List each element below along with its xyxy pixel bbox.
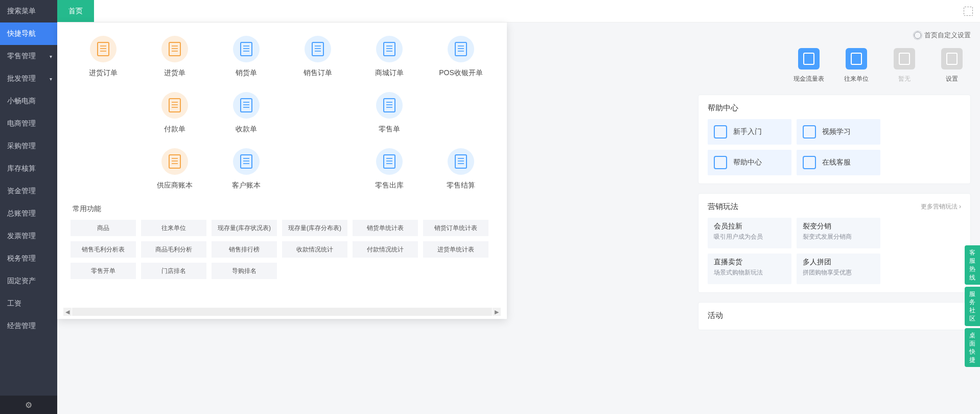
fn-btn-13[interactable]: 门店排名 [141,263,206,279]
topbar-right [964,0,980,22]
fn-btn-1[interactable]: 往来单位 [141,220,206,236]
doc-icon [312,42,324,56]
quick-cashflow[interactable]: 现金流量表 [791,48,827,83]
marketing-more-link[interactable]: 更多营销玩法 › [921,202,961,211]
sidebar-item-11[interactable]: 税务管理 [0,247,57,270]
promo-2[interactable]: 直播卖货场景式购物新玩法 [708,254,791,284]
promo-title: 会员拉新 [714,222,785,231]
gear-icon [914,32,921,39]
sidebar-item-5[interactable]: 电商管理 [0,112,57,135]
sidebar-settings[interactable]: ⚙ [0,396,57,414]
scroll-right-icon[interactable]: ▶ [493,308,501,316]
scroll-left-icon[interactable]: ◀ [63,308,72,316]
promo-title: 多人拼团 [803,258,874,267]
supplier-ledger-label: 供应商账本 [157,181,193,190]
gear-icon: ⚙ [25,400,32,410]
sidebar-item-13[interactable]: 工资 [0,292,57,315]
topbar: 首页 [57,0,980,22]
doc-icon [455,42,467,56]
marketing-title: 营销玩法 [708,202,738,212]
doc-icon [240,98,252,112]
common-functions-title: 常用功能 [73,204,497,214]
retail-doc-icon[interactable] [376,92,403,119]
promo-sub: 裂变式发展分销商 [803,233,874,241]
float-btn-1[interactable]: 服务社区 [965,287,980,326]
pos-open-icon[interactable] [448,36,474,62]
promo-sub: 拼团购物享受优惠 [803,268,874,277]
doc-icon [455,154,467,169]
purchase-order-icon[interactable] [90,36,116,62]
quick-label: 往来单位 [844,75,869,83]
doc-icon [240,42,252,56]
payment-icon[interactable] [161,92,188,119]
quick-placeholder[interactable]: 暂无 [886,48,922,83]
right-column: 首页自定义设置 现金流量表往来单位暂无设置 帮助中心 新手入门视频学习帮助中心在… [698,31,971,339]
fn-btn-5[interactable]: 销货订单统计表 [423,220,488,236]
sidebar-item-2[interactable]: 零售管理▾ [0,45,57,67]
scroll-track[interactable] [72,308,492,316]
fn-btn-6[interactable]: 销售毛利分析表 [71,241,136,258]
fn-btn-10[interactable]: 付款情况统计 [353,241,418,258]
customer-ledger-icon[interactable] [233,148,260,175]
sidebar-item-1[interactable]: 快捷导航 [0,22,57,45]
help-item-0[interactable]: 新手入门 [708,119,791,145]
fn-btn-9[interactable]: 收款情况统计 [282,241,347,258]
receipt-icon[interactable] [233,92,260,119]
promo-title: 裂变分销 [803,222,874,231]
placeholder-icon [894,48,915,70]
help-item-3[interactable]: 在线客服 [797,150,880,175]
purchase-receipt-icon[interactable] [161,36,188,62]
mall-order-icon[interactable] [376,36,403,62]
sales-receipt-icon[interactable] [233,36,260,62]
help-item-1[interactable]: 视频学习 [797,119,880,145]
retail-out-icon[interactable] [376,148,403,175]
sidebar-item-9[interactable]: 总账管理 [0,202,57,225]
promo-0[interactable]: 会员拉新吸引用户成为会员 [708,218,791,248]
fn-btn-12[interactable]: 零售开单 [71,263,136,279]
flyout-scrollbar[interactable]: ◀ ▶ [63,308,501,316]
quick-settings[interactable]: 设置 [934,48,970,83]
fn-btn-14[interactable]: 导购排名 [212,263,277,279]
doc-icon [169,98,181,112]
promo-3[interactable]: 多人拼团拼团购物享受优惠 [797,254,880,284]
doc-icon [383,154,395,169]
fn-btn-4[interactable]: 销货单统计表 [353,220,418,236]
fn-btn-3[interactable]: 现存量(库存分布表) [282,220,347,236]
quick-nav-flyout: 进货订单进货单销货单销售订单商城订单POS收银开单付款单收款单零售单供应商账本客… [57,22,507,319]
sidebar-item-12[interactable]: 固定资产 [0,270,57,292]
sidebar-item-10[interactable]: 发票管理 [0,225,57,247]
fn-btn-8[interactable]: 销售排行榜 [212,241,277,258]
sidebar-item-7[interactable]: 库存核算 [0,157,57,180]
tab-home[interactable]: 首页 [57,0,94,22]
fn-btn-11[interactable]: 进货单统计表 [423,241,488,258]
doc-icon [169,42,181,56]
sidebar-item-8[interactable]: 资金管理 [0,180,57,202]
home-custom-settings[interactable]: 首页自定义设置 [698,31,971,40]
help-icon [803,125,816,139]
float-btn-2[interactable]: 桌面快捷 [965,328,980,367]
sales-order-icon[interactable] [305,36,331,62]
float-btn-0[interactable]: 客服热线 [965,245,980,285]
sidebar-item-14[interactable]: 经营管理 [0,315,57,337]
caret-icon: ▾ [50,76,52,82]
sidebar-item-0[interactable]: 搜索菜单 [0,0,57,22]
help-item-2[interactable]: 帮助中心 [708,150,791,175]
supplier-ledger-icon[interactable] [161,148,188,175]
fullscreen-icon[interactable] [964,7,973,16]
sidebar-item-6[interactable]: 采购管理 [0,135,57,157]
retail-settle-icon[interactable] [448,148,474,175]
fn-btn-2[interactable]: 现存量(库存状况表) [212,220,277,236]
fn-btn-0[interactable]: 商品 [71,220,136,236]
quick-contacts[interactable]: 往来单位 [838,48,874,83]
sidebar-item-4[interactable]: 小畅电商 [0,90,57,112]
pos-open-label: POS收银开单 [439,68,483,78]
doc-icon [383,98,395,112]
fn-btn-7[interactable]: 商品毛利分析 [141,241,206,258]
sales-order-label: 销售订单 [304,68,332,78]
promo-sub: 吸引用户成为会员 [714,233,785,241]
receipt-label: 收款单 [236,125,257,134]
promo-1[interactable]: 裂变分销裂变式发展分销商 [797,218,880,248]
help-card: 帮助中心 新手入门视频学习帮助中心在线客服 [698,95,971,184]
settings-icon [941,48,963,70]
sidebar-item-3[interactable]: 批发管理▾ [0,67,57,90]
